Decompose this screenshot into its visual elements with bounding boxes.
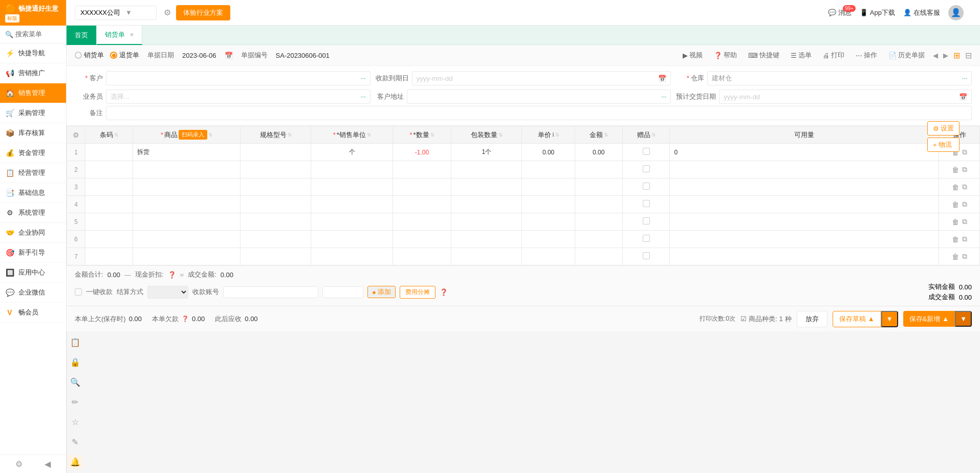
expected-delivery-input[interactable]: yyyy-mm-dd 📅 (719, 89, 972, 104)
cell-amount[interactable] (575, 248, 622, 265)
cell-gift[interactable] (622, 248, 670, 265)
cell-barcode[interactable] (85, 144, 133, 161)
rp-lock-icon[interactable]: 🔒 (68, 355, 82, 369)
cell-gift[interactable] (622, 161, 670, 178)
cell-pkg-qty[interactable]: 1个 (451, 144, 522, 161)
cell-spec[interactable] (241, 161, 311, 178)
sidebar-settings-icon[interactable]: ⚙ (15, 459, 23, 469)
cell-amount[interactable] (575, 213, 622, 231)
save-new-dropdown-button[interactable]: ▼ (955, 311, 972, 327)
cell-qty[interactable] (393, 178, 451, 196)
rp-star-icon[interactable]: ☆ (70, 415, 81, 429)
rp-pencil-icon[interactable]: ✎ (70, 435, 80, 449)
sidebar-item-quick-nav[interactable]: ⚡ 快捷导航 (0, 43, 66, 63)
gift-checkbox[interactable] (643, 252, 650, 259)
sidebar-collapse-icon[interactable]: ◀ (45, 459, 51, 469)
gift-checkbox[interactable] (643, 235, 650, 242)
video-button[interactable]: ▶ 视频 (680, 49, 706, 61)
discount-info-icon[interactable]: ❓ (168, 271, 176, 279)
cell-qty[interactable] (393, 196, 451, 213)
grid-view-icon[interactable]: ⊞ (953, 51, 960, 60)
cell-product[interactable] (133, 178, 240, 196)
product-type-info[interactable]: ☑ 商品种类: 1 种 (741, 314, 792, 324)
cell-price[interactable] (522, 248, 575, 265)
cell-price[interactable] (522, 196, 575, 213)
sidebar-item-finance[interactable]: 💰 资金管理 (0, 143, 66, 163)
debt-info-icon[interactable]: ❓ (182, 316, 189, 322)
message-button[interactable]: 💬 消息 99+ (828, 8, 852, 17)
copy-row-icon[interactable]: ⧉ (962, 165, 967, 174)
sidebar-item-guide[interactable]: 🎯 新手引导 (0, 243, 66, 263)
due-date-input[interactable]: yyyy-mm-dd 📅 (412, 71, 671, 85)
copy-row-icon[interactable]: ⧉ (962, 148, 967, 156)
cell-unit[interactable] (311, 178, 393, 196)
cell-gift[interactable] (622, 196, 670, 213)
cell-pkg-qty[interactable] (451, 248, 522, 265)
sidebar-item-inventory[interactable]: 📦 库存核算 (0, 123, 66, 143)
scan-barcode-button[interactable]: 扫码录入 (179, 130, 207, 140)
tab-home[interactable]: 首页 (67, 26, 97, 45)
cell-spec[interactable] (241, 213, 311, 231)
tab-sales-order[interactable]: 销货单 × (97, 26, 142, 45)
cell-product[interactable] (133, 248, 240, 265)
remarks-input[interactable] (106, 106, 972, 120)
payment-method-select[interactable] (147, 286, 188, 299)
cell-price[interactable]: 0.00 (522, 144, 575, 161)
salesperson-input[interactable]: 选择... ··· (106, 89, 371, 104)
cell-gift[interactable] (622, 231, 670, 248)
cell-price[interactable] (522, 213, 575, 231)
experience-button[interactable]: 体验行业方案 (176, 5, 230, 20)
sidebar-item-marketing[interactable]: 📢 营销推广 (0, 63, 66, 83)
warehouse-input[interactable]: 建材仓 ··· (707, 71, 972, 85)
cell-spec[interactable] (241, 196, 311, 213)
app-download-button[interactable]: 📱 App下载 (860, 8, 895, 17)
cell-qty[interactable] (393, 248, 451, 265)
save-new-button[interactable]: 保存&新增 ▲ (903, 311, 955, 327)
one-click-payment-checkbox[interactable] (75, 288, 82, 296)
cell-gift[interactable] (622, 213, 670, 231)
delete-row-icon[interactable]: 🗑 (952, 200, 959, 209)
copy-row-icon[interactable]: ⧉ (962, 200, 967, 209)
discard-button[interactable]: 放弃 (797, 311, 827, 327)
cell-pkg-qty[interactable] (451, 178, 522, 196)
copy-row-icon[interactable]: ⧉ (962, 235, 967, 243)
delete-row-icon[interactable]: 🗑 (952, 235, 959, 243)
delete-row-icon[interactable]: 🗑 (952, 183, 959, 191)
cell-unit[interactable] (311, 213, 393, 231)
radio-return-order[interactable]: 退货单 (110, 51, 139, 60)
sidebar-item-app-center[interactable]: 🔲 应用中心 (0, 263, 66, 283)
save-draft-button[interactable]: 保存草稿 ▲ (833, 311, 881, 327)
sidebar-search[interactable]: 🔍 搜索菜单 (0, 26, 66, 43)
cell-unit[interactable] (311, 231, 393, 248)
copy-row-icon[interactable]: ⧉ (962, 183, 967, 191)
rp-edit-icon[interactable]: ✏ (70, 395, 80, 409)
select-order-button[interactable]: ☰ 选单 (788, 49, 815, 61)
cell-qty[interactable] (393, 161, 451, 178)
prev-record-icon[interactable]: ◀ (933, 52, 938, 59)
print-button[interactable]: 🖨 打印 (820, 49, 847, 61)
company-selector[interactable]: XXXXXX公司 ▼ (75, 6, 157, 20)
cell-unit[interactable]: 个 (311, 144, 393, 161)
cell-price[interactable] (522, 178, 575, 196)
cell-gift[interactable] (622, 178, 670, 196)
copy-row-icon[interactable]: ⧉ (962, 252, 967, 261)
cell-barcode[interactable] (85, 213, 133, 231)
gift-checkbox[interactable] (643, 183, 650, 190)
cell-unit[interactable] (311, 196, 393, 213)
settings-button[interactable]: ⚙ 设置 (927, 121, 960, 136)
history-button[interactable]: 📄 历史单据 (885, 49, 928, 61)
gift-checkbox[interactable] (643, 148, 650, 155)
cell-barcode[interactable] (85, 178, 133, 196)
cell-product[interactable] (133, 196, 240, 213)
cell-product[interactable]: 拆货 (133, 144, 240, 161)
radio-sales-order[interactable]: 销货单 (75, 51, 104, 60)
cell-amount[interactable] (575, 231, 622, 248)
column-settings-icon[interactable]: ⚙ (73, 131, 79, 139)
cell-qty[interactable]: -1.00 (393, 144, 451, 161)
gift-checkbox[interactable] (643, 217, 650, 224)
cell-spec[interactable] (241, 231, 311, 248)
help-button[interactable]: ❓ 帮助 (711, 49, 740, 61)
logistics-button[interactable]: + 物流 (927, 138, 960, 152)
list-view-icon[interactable]: ⊟ (965, 51, 972, 60)
table-container[interactable]: ⚙ 条码⇅ * 商品 扫码录入 (67, 126, 980, 265)
